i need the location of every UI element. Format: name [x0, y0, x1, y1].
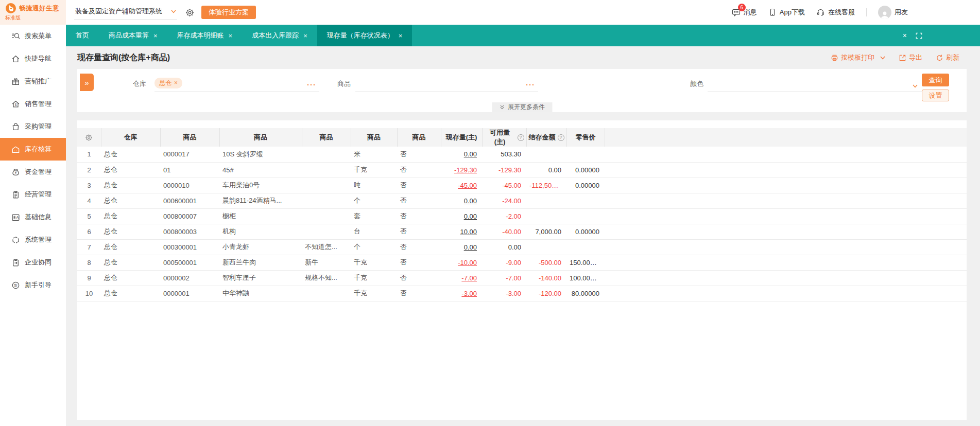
- cell-available-qty: -129.30: [482, 162, 526, 177]
- cell-current-qty-link[interactable]: 0.00: [441, 147, 482, 162]
- cell-product-name: 机构: [219, 224, 302, 239]
- tab-home[interactable]: 首页: [66, 25, 99, 46]
- export-icon: [899, 54, 906, 62]
- cell-current-qty-link[interactable]: -45.00: [441, 177, 482, 193]
- brand-name: 畅捷通好生意: [19, 4, 59, 13]
- cell-current-qty-link[interactable]: -3.00: [441, 286, 482, 301]
- tab-cost-recalc[interactable]: 商品成本重算 ×: [99, 25, 167, 46]
- table-row: 1 总仓 0000017 10S 变斜罗缎 米 否 0.00 503.30: [77, 147, 967, 162]
- chevron-down-icon[interactable]: [913, 84, 918, 88]
- cell-product-unit: 台: [351, 224, 397, 239]
- column-settings-header[interactable]: [77, 128, 101, 147]
- header-balance-amount[interactable]: 结存金额?: [526, 128, 566, 147]
- cell-row-number: 5: [77, 208, 101, 224]
- sidebar-item-sales[interactable]: $ 销售管理: [0, 93, 66, 115]
- header-available-qty[interactable]: 可用量(主)?: [482, 128, 526, 147]
- warehouse-picker-ellipsis[interactable]: ···: [307, 80, 316, 89]
- cell-available-qty: -2.00: [482, 208, 526, 224]
- tab-close-icon[interactable]: ×: [229, 32, 233, 40]
- header-product-code[interactable]: 商品: [160, 128, 219, 147]
- cell-product-flag: 否: [397, 162, 441, 177]
- cell-current-qty-link[interactable]: 0.00: [441, 208, 482, 224]
- collab-clipboard-icon: [11, 258, 20, 267]
- tab-close-icon[interactable]: ×: [399, 32, 403, 40]
- messages-button[interactable]: 消息 6: [732, 8, 757, 17]
- brand-logo-icon: [5, 3, 16, 14]
- warehouse-filter-field[interactable]: 总仓 × ···: [154, 74, 319, 92]
- settings-button[interactable]: 设置: [922, 90, 949, 101]
- cell-current-qty-link[interactable]: 0.00: [441, 193, 482, 208]
- app-download-button[interactable]: App下载: [768, 8, 805, 17]
- cell-product-flag: 否: [397, 239, 441, 255]
- color-filter-field[interactable]: [708, 74, 922, 92]
- chevron-down-icon[interactable]: [880, 56, 885, 60]
- top-bar: 畅捷通好生意 标准版 装备及固定资产辅助管理系统 体验行业方案 消息 6 App…: [0, 0, 980, 25]
- cell-balance-amount: 7,000.00: [526, 224, 566, 239]
- header-current-qty[interactable]: 现存量(主): [441, 128, 482, 147]
- print-by-template-button[interactable]: 按模板打印: [831, 53, 885, 62]
- close-all-tabs-icon[interactable]: ×: [903, 31, 907, 40]
- sidebar-item-funds[interactable]: ¥ 资金管理: [0, 161, 66, 183]
- shopping-bag-icon: [11, 122, 20, 131]
- gear-icon[interactable]: [185, 8, 194, 17]
- header-product-name[interactable]: 商品: [219, 128, 302, 147]
- header-product-flag[interactable]: 商品: [397, 128, 441, 147]
- tag-remove-icon[interactable]: ×: [174, 79, 178, 86]
- product-picker-ellipsis[interactable]: ···: [526, 80, 535, 89]
- tab-current-stock[interactable]: 现存量（库存状况表） ×: [317, 25, 412, 46]
- cell-current-qty-link[interactable]: 10.00: [441, 224, 482, 239]
- cell-row-number: 10: [77, 286, 101, 301]
- sidebar-item-collaboration[interactable]: 企业协同: [0, 251, 66, 274]
- cell-warehouse: 总仓: [101, 286, 160, 301]
- cell-filler: [605, 270, 967, 286]
- cell-product-code: 0000001: [160, 286, 219, 301]
- system-dropdown[interactable]: 装备及固定资产辅助管理系统: [74, 5, 177, 20]
- fullscreen-icon[interactable]: [916, 32, 922, 39]
- online-service-button[interactable]: 在线客服: [816, 8, 855, 17]
- sidebar-item-marketing[interactable]: 营销推广: [0, 70, 66, 93]
- sidebar-item-operations[interactable]: 经营管理: [0, 183, 66, 206]
- tab-close-icon[interactable]: ×: [303, 32, 307, 40]
- cell-product-flag: 否: [397, 177, 441, 193]
- cell-product-code: 01: [160, 162, 219, 177]
- header-retail-price[interactable]: 零售价: [566, 128, 605, 147]
- sidebar-item-base-info[interactable]: A 基础信息: [0, 206, 66, 228]
- cell-product-unit: 套: [351, 208, 397, 224]
- cell-current-qty-link[interactable]: 0.00: [441, 239, 482, 255]
- sidebar-item-quick-nav[interactable]: 快捷导航: [0, 47, 66, 70]
- cell-current-qty-link[interactable]: -10.00: [441, 255, 482, 270]
- tab-cost-in-out-tracking[interactable]: 成本出入库跟踪 ×: [242, 25, 317, 46]
- divider: [866, 8, 867, 16]
- product-filter-field[interactable]: ···: [355, 74, 538, 92]
- header-warehouse[interactable]: 仓库: [101, 128, 160, 147]
- help-icon[interactable]: ?: [518, 134, 524, 141]
- export-button[interactable]: 导出: [899, 53, 922, 62]
- tab-close-icon[interactable]: ×: [153, 32, 158, 40]
- expand-more-conditions[interactable]: 展开更多条件: [492, 102, 552, 112]
- sidebar-item-search-menu[interactable]: 搜索菜单: [0, 25, 66, 47]
- refresh-button[interactable]: 刷新: [936, 53, 959, 62]
- brand-edition: 标准版: [5, 14, 62, 22]
- cell-product-flag: 否: [397, 286, 441, 301]
- cell-product-spec: [302, 193, 351, 208]
- header-product-unit[interactable]: 商品: [351, 128, 397, 147]
- sidebar-item-inventory-accounting[interactable]: 库存核算: [0, 138, 66, 161]
- cell-warehouse: 总仓: [101, 177, 160, 193]
- cell-row-number: 2: [77, 162, 101, 177]
- sidebar-item-beginner-guide[interactable]: 新 新手引导: [0, 274, 66, 296]
- cell-current-qty-link[interactable]: -7.00: [441, 270, 482, 286]
- filter-expander-button[interactable]: »: [80, 74, 94, 91]
- help-icon[interactable]: ?: [558, 134, 564, 141]
- cell-current-qty-link[interactable]: -129.30: [441, 162, 482, 177]
- cell-filler: [605, 177, 967, 193]
- gift-icon: [11, 77, 20, 86]
- sidebar-item-purchasing[interactable]: 采购管理: [0, 115, 66, 138]
- cell-warehouse: 总仓: [101, 255, 160, 270]
- sidebar-item-system[interactable]: 系统管理: [0, 228, 66, 251]
- header-product-spec[interactable]: 商品: [302, 128, 351, 147]
- query-button[interactable]: 查询: [922, 74, 949, 86]
- trial-plan-button[interactable]: 体验行业方案: [201, 6, 256, 19]
- tab-inventory-cost-ledger[interactable]: 库存成本明细账 ×: [167, 25, 243, 46]
- cell-product-spec: [302, 162, 351, 177]
- user-menu[interactable]: 用友: [878, 6, 908, 19]
